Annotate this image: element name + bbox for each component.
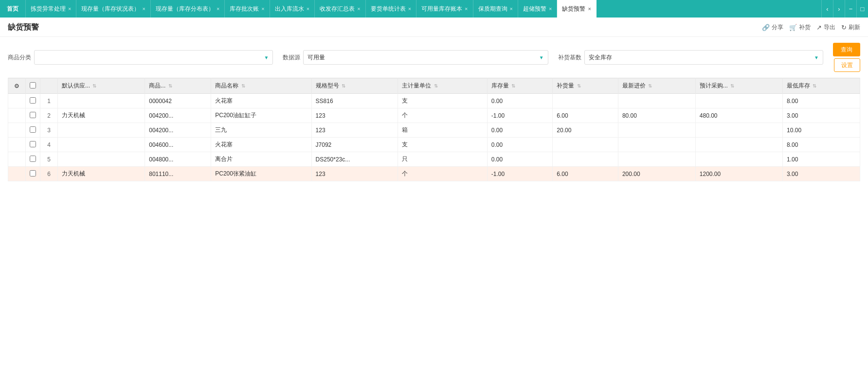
row-checkbox-1[interactable] [30,112,36,118]
category-select[interactable]: ▼ [34,50,273,65]
tab-11-close[interactable]: × [588,6,591,12]
tab-next-button[interactable]: › [833,0,845,18]
sort-spec-icon: ⇅ [342,83,345,88]
tab-5-label: 出入库流水 [275,5,304,13]
row-gear-cell [8,138,26,152]
row-name-cell: 三九 [211,123,311,138]
settings-button[interactable]: 设置 [834,58,860,72]
tab-8-close[interactable]: × [465,6,468,12]
row-check-cell[interactable] [26,94,40,108]
export-button[interactable]: ↗ 导出 [816,23,835,32]
col-header-latest-price[interactable]: 最新进价 ⇅ [618,78,695,94]
row-min-stock-cell: 3.00 [783,167,860,181]
row-checkbox-4[interactable] [30,156,36,162]
row-check-cell[interactable] [26,152,40,167]
tab-4-close[interactable]: × [261,6,264,12]
tab-11-label: 缺货预警 [562,5,585,13]
col-header-code[interactable]: 商品... ⇅ [145,78,211,94]
row-min-stock-cell: 8.00 [783,94,860,108]
row-supplier-cell [58,123,145,138]
row-num-cell: 1 [40,94,58,108]
tab-maximize-button[interactable]: □ [856,0,868,18]
refresh-button[interactable]: ↻ 刷新 [841,23,860,32]
share-button[interactable]: 🔗 分享 [762,23,783,32]
col-header-name[interactable]: 商品名称 ⇅ [211,78,311,94]
col-stock-label: 库存量 [491,82,509,89]
row-stock-cell: 0.00 [487,94,553,108]
col-header-spec[interactable]: 规格型号 ⇅ [311,78,398,94]
tab-4[interactable]: 库存批次账 × [225,0,270,18]
row-check-cell[interactable] [26,138,40,152]
row-supplier-cell: 力天机械 [58,108,145,123]
tab-10-close[interactable]: × [549,6,552,12]
select-all-checkbox[interactable] [30,82,36,88]
tab-2-close[interactable]: × [142,6,145,12]
col-header-check[interactable] [26,78,40,94]
tab-3[interactable]: 现存量（库存分布表） × [151,0,225,18]
row-check-cell[interactable] [26,167,40,181]
tab-2[interactable]: 现存量（库存状况表） × [76,0,150,18]
sort-stock-icon: ⇅ [511,83,515,88]
tab-1-label: 拣货异常处理 [31,5,66,13]
row-check-cell[interactable] [26,123,40,138]
table-row: 2 力天机械 004200... PC200油缸缸子 123 个 -1.00 6… [8,108,860,123]
tab-6-close[interactable]: × [357,6,360,12]
row-est-purchase-cell [695,152,782,167]
col-header-min-stock[interactable]: 最低库存 ⇅ [783,78,860,94]
col-header-supplier[interactable]: 默认供应... ⇅ [58,78,145,94]
row-est-purchase-cell: 1200.00 [695,167,782,181]
row-check-cell[interactable] [26,108,40,123]
row-unit-cell: 箱 [398,123,487,138]
sort-min-stock-icon: ⇅ [813,83,816,88]
tab-7[interactable]: 要货单统计表 × [366,0,416,18]
row-spec-cell: 123 [311,123,398,138]
row-checkbox-2[interactable] [30,126,36,133]
col-header-stock[interactable]: 库存量 ⇅ [487,78,553,94]
tab-5[interactable]: 出入库流水 × [270,0,315,18]
row-unit-cell: 只 [398,152,487,167]
page-header: 缺货预警 🔗 分享 🛒 补货 ↗ 导出 ↻ 刷新 [0,18,868,37]
tab-8[interactable]: 可用量库存账本 × [416,0,473,18]
row-checkbox-5[interactable] [30,170,36,176]
row-supplier-cell [58,94,145,108]
row-checkbox-3[interactable] [30,141,36,147]
tab-6-label: 收发存汇总表 [320,5,355,13]
tab-3-close[interactable]: × [217,6,219,12]
col-header-replenish[interactable]: 补货量 ⇅ [553,78,618,94]
col-header-unit[interactable]: 主计量单位 ⇅ [398,78,487,94]
col-est-purchase-label: 预计采购... [700,82,728,89]
col-replenish-label: 补货量 [557,82,574,89]
row-name-cell: PC200油缸缸子 [211,108,311,123]
col-header-est-purchase[interactable]: 预计采购... ⇅ [695,78,782,94]
col-latest-price-label: 最新进价 [622,82,646,89]
tab-9-close[interactable]: × [510,6,513,12]
tab-9[interactable]: 保质期查询 × [473,0,518,18]
replenish-basis-select[interactable]: 安全库存 ▼ [584,50,823,65]
tab-11[interactable]: 缺货预警 × [557,0,596,18]
tab-1-close[interactable]: × [68,6,71,12]
row-checkbox-0[interactable] [30,97,36,104]
row-est-purchase-cell: 480.00 [695,108,782,123]
row-latest-price-cell [618,123,695,138]
replenish-button[interactable]: 🛒 补货 [789,23,811,32]
col-header-gear[interactable]: ⚙ [8,78,26,94]
tab-prev-button[interactable]: ‹ [821,0,833,18]
share-icon: 🔗 [762,24,770,31]
tab-5-close[interactable]: × [307,6,309,12]
row-replenish-cell: 6.00 [553,108,618,123]
datasource-select-value: 可用量 [307,53,325,62]
tab-6[interactable]: 收发存汇总表 × [315,0,365,18]
tab-10[interactable]: 超储预警 × [518,0,557,18]
datasource-label: 数据源 [283,53,300,62]
tab-minimize-button[interactable]: − [845,0,856,18]
tab-home[interactable]: 首页 [0,0,26,18]
tab-7-close[interactable]: × [408,6,411,12]
tab-7-label: 要货单统计表 [371,5,406,13]
row-spec-cell: 123 [311,167,398,181]
row-stock-cell: -1.00 [487,167,553,181]
query-button[interactable]: 查询 [833,43,860,56]
tab-1[interactable]: 拣货异常处理 × [26,0,76,18]
row-min-stock-cell: 1.00 [783,152,860,167]
datasource-select[interactable]: 可用量 ▼ [303,50,548,65]
category-label: 商品分类 [8,53,31,62]
